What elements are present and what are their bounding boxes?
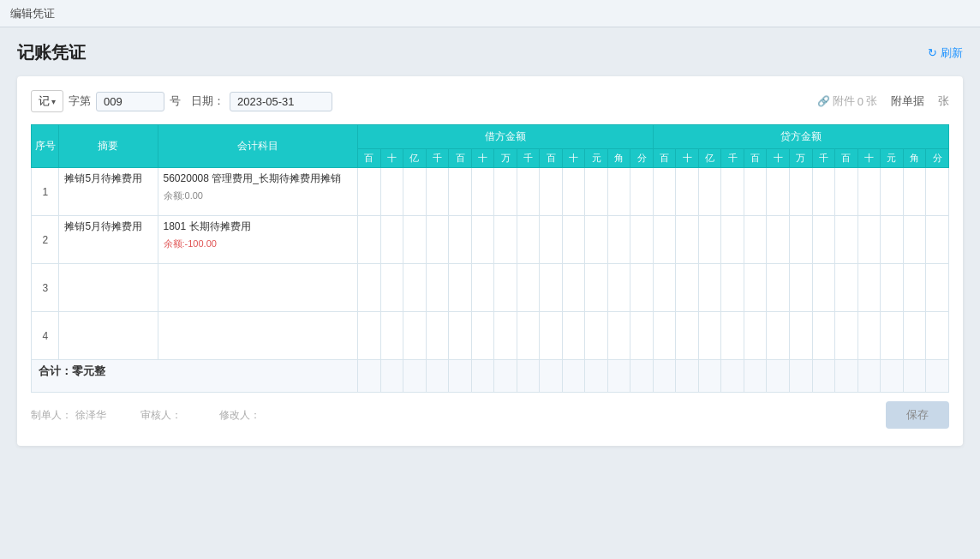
row-account[interactable]: 56020008 管理费用_长期待摊费用摊销余额:0.00: [158, 168, 358, 216]
debit-col-1[interactable]: [358, 168, 381, 216]
credit-col-10[interactable]: [858, 312, 881, 360]
credit-col-3[interactable]: [698, 264, 721, 312]
credit-col-11[interactable]: [881, 168, 904, 216]
credit-col-13[interactable]: [926, 216, 949, 264]
debit-col-9[interactable]: [540, 312, 563, 360]
credit-col-7[interactable]: [789, 312, 812, 360]
credit-col-10[interactable]: [858, 216, 881, 264]
debit-col-2[interactable]: [380, 312, 403, 360]
debit-col-12[interactable]: [607, 264, 630, 312]
date-input[interactable]: [230, 92, 332, 111]
debit-col-8[interactable]: [517, 168, 540, 216]
type-select-btn[interactable]: 记 ▾: [31, 90, 63, 112]
credit-col-11[interactable]: [881, 312, 904, 360]
credit-col-5[interactable]: [744, 312, 767, 360]
credit-col-8[interactable]: [812, 216, 835, 264]
credit-col-9[interactable]: [835, 168, 858, 216]
credit-col-9[interactable]: [835, 264, 858, 312]
debit-col-4[interactable]: [426, 168, 449, 216]
credit-col-4[interactable]: [721, 312, 744, 360]
credit-col-7[interactable]: [789, 216, 812, 264]
credit-col-12[interactable]: [903, 264, 926, 312]
credit-col-8[interactable]: [812, 264, 835, 312]
attach-docs-btn[interactable]: 附单据: [891, 93, 924, 109]
debit-col-9[interactable]: [540, 264, 563, 312]
debit-col-10[interactable]: [562, 312, 585, 360]
debit-col-8[interactable]: [517, 312, 540, 360]
debit-col-13[interactable]: [630, 264, 654, 312]
voucher-number-input[interactable]: [96, 92, 164, 111]
credit-col-10[interactable]: [858, 264, 881, 312]
debit-col-2[interactable]: [380, 216, 403, 264]
credit-col-9[interactable]: [835, 312, 858, 360]
debit-col-13[interactable]: [630, 216, 654, 264]
credit-col-13[interactable]: [926, 168, 949, 216]
debit-col-11[interactable]: [585, 264, 608, 312]
credit-col-6[interactable]: [767, 216, 790, 264]
debit-col-7[interactable]: [494, 216, 517, 264]
debit-col-6[interactable]: [471, 312, 494, 360]
credit-col-4[interactable]: [721, 264, 744, 312]
attach-link[interactable]: 🔗 附件 0 张: [817, 93, 877, 109]
debit-col-3[interactable]: [403, 264, 427, 312]
debit-col-11[interactable]: [585, 216, 608, 264]
credit-col-9[interactable]: [835, 216, 858, 264]
debit-col-8[interactable]: [517, 264, 540, 312]
credit-col-6[interactable]: [767, 168, 790, 216]
debit-col-12[interactable]: [607, 216, 630, 264]
debit-col-11[interactable]: [585, 312, 608, 360]
debit-col-1[interactable]: [358, 216, 381, 264]
row-summary[interactable]: 摊销5月待摊费用: [59, 216, 158, 264]
debit-col-4[interactable]: [426, 216, 449, 264]
credit-col-1[interactable]: [653, 264, 676, 312]
row-account[interactable]: 1801 长期待摊费用余额:-100.00: [158, 216, 358, 264]
debit-col-13[interactable]: [630, 312, 654, 360]
debit-col-3[interactable]: [403, 216, 427, 264]
debit-col-6[interactable]: [471, 168, 494, 216]
debit-col-1[interactable]: [358, 264, 381, 312]
debit-col-4[interactable]: [426, 312, 449, 360]
credit-col-7[interactable]: [789, 264, 812, 312]
row-account[interactable]: [158, 312, 358, 360]
debit-col-8[interactable]: [517, 216, 540, 264]
credit-col-11[interactable]: [881, 216, 904, 264]
credit-col-10[interactable]: [858, 168, 881, 216]
debit-col-5[interactable]: [449, 168, 472, 216]
debit-col-11[interactable]: [585, 168, 608, 216]
credit-col-2[interactable]: [676, 264, 699, 312]
debit-col-5[interactable]: [449, 216, 472, 264]
credit-col-12[interactable]: [903, 312, 926, 360]
debit-col-10[interactable]: [562, 216, 585, 264]
credit-col-2[interactable]: [676, 312, 699, 360]
credit-col-7[interactable]: [789, 168, 812, 216]
debit-col-7[interactable]: [494, 168, 517, 216]
credit-col-11[interactable]: [881, 264, 904, 312]
debit-col-1[interactable]: [358, 312, 381, 360]
credit-col-4[interactable]: [721, 216, 744, 264]
credit-col-3[interactable]: [698, 168, 721, 216]
debit-col-13[interactable]: [630, 168, 654, 216]
debit-col-4[interactable]: [426, 264, 449, 312]
credit-col-4[interactable]: [721, 168, 744, 216]
debit-col-9[interactable]: [540, 216, 563, 264]
credit-col-8[interactable]: [812, 168, 835, 216]
debit-col-7[interactable]: [494, 264, 517, 312]
credit-col-5[interactable]: [744, 168, 767, 216]
debit-col-5[interactable]: [449, 264, 472, 312]
debit-col-6[interactable]: [471, 264, 494, 312]
credit-col-3[interactable]: [698, 216, 721, 264]
credit-col-1[interactable]: [653, 312, 676, 360]
save-button[interactable]: 保存: [886, 401, 949, 429]
refresh-button[interactable]: ↻ 刷新: [928, 45, 963, 61]
debit-col-12[interactable]: [607, 168, 630, 216]
row-account[interactable]: [158, 264, 358, 312]
debit-col-12[interactable]: [607, 312, 630, 360]
credit-col-2[interactable]: [676, 168, 699, 216]
credit-col-2[interactable]: [676, 216, 699, 264]
credit-col-1[interactable]: [653, 168, 676, 216]
debit-col-3[interactable]: [403, 168, 427, 216]
credit-col-8[interactable]: [812, 312, 835, 360]
credit-col-1[interactable]: [653, 216, 676, 264]
debit-col-2[interactable]: [380, 168, 403, 216]
credit-col-5[interactable]: [744, 216, 767, 264]
